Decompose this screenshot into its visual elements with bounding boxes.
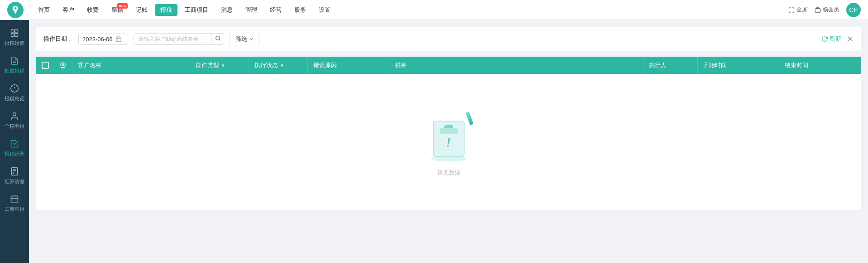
nav-item-home[interactable]: 首页 [33, 4, 55, 16]
clipboard-top [440, 128, 458, 134]
nav-item-message[interactable]: 消息 [216, 4, 238, 16]
empty-illustration: ! [422, 107, 476, 161]
main-content: 操作日期： 2023-06-06 筛选 [29, 20, 868, 263]
th-executor: 执行人 [643, 57, 698, 74]
sidebar-item-tax-settings[interactable]: 报税设置 [0, 24, 29, 51]
fullscreen-label: 全屏 [796, 6, 807, 14]
search-button[interactable] [211, 34, 224, 44]
personal-tax-icon [10, 111, 19, 121]
svg-rect-21 [116, 37, 121, 42]
th-checkbox[interactable] [36, 57, 54, 74]
search-input[interactable] [134, 34, 211, 44]
table-wrapper: 客户名称 操作类型 ▼ 执行状态 ▼ 错误原因 税种 执行人 [36, 57, 861, 210]
annual-report-icon [10, 194, 19, 204]
svg-rect-17 [11, 196, 18, 203]
th-operation-type[interactable]: 操作类型 ▼ [190, 57, 249, 74]
clipboard-body: ! [433, 121, 465, 157]
exclaim-mark: ! [446, 135, 451, 150]
nav-item-invoice[interactable]: 票据 new [106, 4, 129, 16]
nav-item-customer[interactable]: 客户 [57, 4, 80, 16]
sidebar-label-tax-records: 报税记录 [5, 151, 24, 157]
empty-text: 暂无数据 [437, 169, 460, 177]
nav-items: 首页 客户 收费 票据 new 记账 报税 工商项目 消息 管理 经营 服务 设… [33, 4, 788, 16]
sidebar-item-personal-tax[interactable]: 个税申报 [0, 107, 29, 134]
th-customer-name: 客户名称 [72, 57, 190, 74]
close-button[interactable]: ✕ [847, 35, 854, 43]
sidebar-item-annual-report[interactable]: 工商年报 [0, 190, 29, 217]
nav-item-manage[interactable]: 管理 [240, 4, 263, 16]
fullscreen-btn[interactable]: 全屏 [788, 6, 807, 14]
filter-button[interactable]: 筛选 [230, 33, 259, 45]
refresh-button[interactable]: 刷新 [821, 35, 841, 43]
date-input[interactable]: 2023-06-06 [78, 34, 128, 45]
table-header: 客户名称 操作类型 ▼ 执行状态 ▼ 错误原因 税种 执行人 [36, 57, 861, 74]
refresh-label: 刷新 [830, 35, 841, 43]
sidebar-label-personal-tax: 个税申报 [5, 123, 24, 130]
nav-item-tax[interactable]: 报税 [155, 4, 177, 16]
vip-btn[interactable]: 畅会员 [815, 6, 839, 14]
toolbar-right: 刷新 ✕ [821, 35, 854, 43]
sidebar-item-tax-records[interactable]: 报税记录 [0, 134, 29, 162]
sidebar-item-batch-tax[interactable]: 批量报税 [0, 51, 29, 79]
top-nav: 首页 客户 收费 票据 new 记账 报税 工商项目 消息 管理 经营 服务 设… [0, 0, 868, 20]
svg-point-11 [13, 113, 16, 116]
search-box [134, 33, 224, 45]
pen-decoration [465, 112, 474, 126]
vip-label: 畅会员 [823, 6, 839, 14]
th-end-time: 结束时间 [779, 57, 861, 74]
sidebar-label-tax-settings: 报税设置 [5, 40, 24, 47]
svg-rect-1 [815, 9, 820, 12]
th-start-time: 开始时间 [698, 57, 779, 74]
toolbar: 操作日期： 2023-06-06 筛选 [36, 27, 861, 51]
svg-rect-4 [11, 34, 14, 37]
new-badge: new [117, 3, 128, 9]
tax-summary-icon [10, 83, 19, 93]
sidebar-label-calc-pay: 汇算清缴 [5, 178, 24, 185]
filter-icon-operation-type: ▼ [221, 63, 225, 68]
sidebar-label-tax-summary: 报税总览 [5, 95, 24, 102]
svg-point-0 [14, 7, 17, 10]
sidebar-label-batch-tax: 批量报税 [5, 68, 24, 74]
svg-point-25 [216, 36, 220, 40]
sidebar-label-annual-report: 工商年报 [5, 206, 24, 213]
batch-tax-icon [10, 56, 19, 66]
date-label: 操作日期： [43, 35, 73, 43]
nav-item-account[interactable]: 记账 [130, 4, 153, 16]
date-value: 2023-06-06 [82, 36, 113, 43]
sidebar-item-calc-pay[interactable]: 汇算清缴 [0, 162, 29, 190]
tax-settings-icon [10, 28, 19, 38]
svg-rect-3 [15, 30, 18, 33]
select-all-checkbox[interactable] [42, 62, 49, 69]
nav-item-settings[interactable]: 设置 [313, 4, 336, 16]
th-tax-type: 税种 [389, 57, 643, 74]
nav-item-operation[interactable]: 经营 [264, 4, 287, 16]
svg-rect-12 [11, 168, 17, 175]
empty-state: ! 暂无数据 [36, 74, 861, 210]
top-nav-right: 全屏 畅会员 CE [788, 3, 861, 17]
sidebar-item-tax-summary[interactable]: 报税总览 [0, 79, 29, 107]
sidebar: 报税设置 批量报税 报税总览 [0, 20, 29, 263]
nav-item-fee[interactable]: 收费 [82, 4, 104, 16]
layout: 报税设置 批量报税 报税总览 [0, 20, 868, 263]
nav-item-service[interactable]: 服务 [289, 4, 312, 16]
tax-records-icon [10, 139, 19, 149]
filter-icon-exec-status: ▼ [280, 63, 284, 68]
th-error-reason: 错误原因 [308, 57, 389, 74]
svg-rect-5 [15, 34, 18, 37]
svg-point-27 [62, 64, 64, 66]
svg-line-26 [219, 39, 220, 40]
th-exec-status[interactable]: 执行状态 ▼ [249, 57, 308, 74]
filter-label: 筛选 [235, 35, 247, 43]
app-logo[interactable] [7, 2, 24, 18]
th-setting [54, 57, 72, 74]
nav-item-bizproject[interactable]: 工商项目 [179, 4, 214, 16]
user-avatar[interactable]: CE [846, 3, 861, 17]
svg-rect-2 [11, 30, 14, 33]
calc-pay-icon [10, 166, 19, 176]
